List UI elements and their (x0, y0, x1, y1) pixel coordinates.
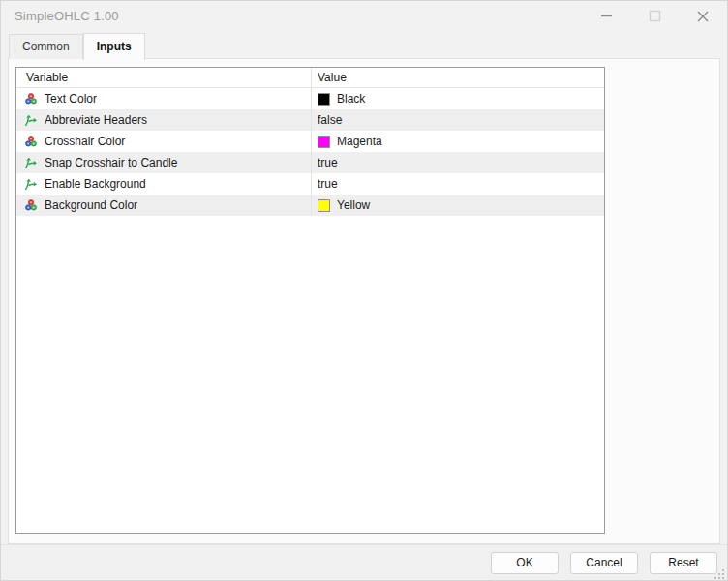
table-row[interactable]: Crosshair Color Magenta (16, 131, 604, 152)
tab-inputs[interactable]: Inputs (83, 33, 145, 60)
value-text: Yellow (337, 199, 370, 212)
table-row[interactable]: Enable Background true (16, 173, 604, 195)
parameters-table[interactable]: Variable Value Text Color Black Abbrevia… (15, 67, 605, 534)
ok-button[interactable]: OK (491, 552, 559, 574)
value-cell[interactable]: Magenta (312, 131, 604, 152)
input-parameter-icon (23, 177, 38, 192)
table-row[interactable]: Abbreviate Headers false (16, 109, 604, 131)
maximize-button[interactable] (630, 1, 679, 31)
variable-name: Background Color (45, 199, 137, 212)
variable-name: Enable Background (45, 177, 146, 191)
color-swatch (318, 199, 330, 212)
tab-strip: Common Inputs (9, 33, 719, 59)
inputs-tab-page: Variable Value Text Color Black Abbrevia… (8, 58, 720, 544)
color-wheel-icon (23, 135, 38, 149)
value-text: true (318, 177, 338, 191)
input-parameter-icon (23, 156, 38, 170)
value-text: Magenta (337, 135, 382, 148)
value-cell[interactable]: true (312, 152, 604, 173)
input-parameter-icon (23, 113, 38, 128)
table-row[interactable]: Background Color Yellow (16, 195, 604, 216)
value-text: false (318, 113, 342, 127)
titlebar[interactable]: SimpleOHLC 1.00 (1, 1, 727, 31)
value-cell[interactable]: true (312, 173, 604, 195)
variable-name: Crosshair Color (45, 135, 125, 148)
table-row[interactable]: Snap Crosshair to Candle true (16, 152, 604, 173)
tab-common[interactable]: Common (9, 34, 83, 59)
minimize-button[interactable] (582, 1, 630, 31)
maximize-icon (649, 10, 661, 22)
table-row[interactable]: Text Color Black (16, 88, 604, 109)
variable-name: Snap Crosshair to Candle (45, 156, 177, 169)
table-header: Variable Value (16, 68, 604, 88)
footer-bar: OK Cancel Reset (1, 544, 727, 580)
close-button[interactable] (679, 1, 727, 31)
resize-grip-icon[interactable] (713, 566, 725, 578)
indicator-properties-dialog: SimpleOHLC 1.00 Common Inputs (0, 0, 728, 581)
color-wheel-icon (23, 199, 38, 213)
column-header-variable[interactable]: Variable (16, 68, 312, 87)
variable-name: Abbreviate Headers (45, 113, 147, 127)
minimize-icon (600, 10, 613, 22)
value-cell[interactable]: Yellow (312, 195, 604, 216)
color-swatch (318, 136, 330, 148)
value-cell[interactable]: false (312, 109, 604, 131)
table-rows: Text Color Black Abbreviate Headers fals… (16, 88, 604, 216)
color-wheel-icon (23, 92, 38, 107)
cancel-button[interactable]: Cancel (570, 552, 638, 574)
color-swatch (318, 93, 330, 106)
window-title: SimpleOHLC 1.00 (15, 9, 119, 23)
value-text: Black (337, 92, 365, 106)
value-cell[interactable]: Black (312, 88, 604, 109)
value-text: true (318, 156, 338, 169)
caption-buttons (582, 1, 727, 31)
close-icon (696, 10, 710, 23)
reset-button[interactable]: Reset (650, 552, 717, 574)
variable-name: Text Color (45, 92, 97, 106)
column-header-value[interactable]: Value (312, 68, 604, 87)
